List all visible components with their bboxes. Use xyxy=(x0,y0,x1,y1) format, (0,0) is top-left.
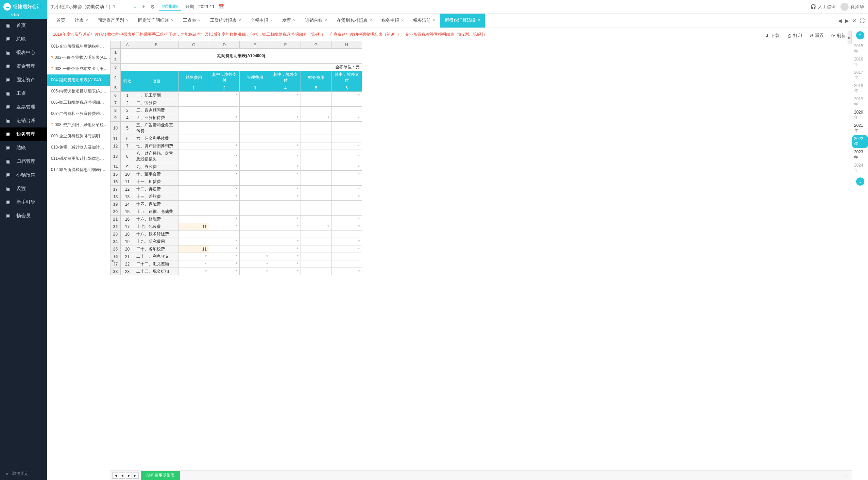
data-cell[interactable] xyxy=(301,178,331,186)
data-cell[interactable] xyxy=(209,201,240,208)
data-cell[interactable] xyxy=(240,178,270,186)
data-cell[interactable] xyxy=(301,230,331,238)
data-cell[interactable]: * xyxy=(209,163,240,171)
data-cell[interactable]: 11 xyxy=(178,223,209,230)
tab-10[interactable]: 税务申报× xyxy=(377,14,408,28)
data-cell[interactable]: * xyxy=(270,260,301,268)
data-cell[interactable] xyxy=(209,230,240,238)
data-cell[interactable] xyxy=(301,186,331,193)
data-cell[interactable]: * xyxy=(209,223,240,230)
refresh-button[interactable]: ⟳刷新 xyxy=(831,33,846,39)
tab-close-button[interactable]: × xyxy=(198,18,201,23)
period-value[interactable]: 2023-11 xyxy=(198,4,215,9)
form-list-item-5[interactable]: 006-职工薪酬纳税调整明细… xyxy=(47,97,110,108)
data-cell[interactable]: * xyxy=(270,223,301,230)
data-cell[interactable] xyxy=(178,171,209,178)
data-cell[interactable] xyxy=(270,99,301,107)
tab-close-button[interactable]: × xyxy=(171,18,173,23)
data-cell[interactable] xyxy=(240,186,270,193)
col-head-A[interactable]: A xyxy=(121,41,134,49)
form-list-item-4[interactable]: 005-纳税调整项目明细表(A1… xyxy=(47,86,110,97)
data-cell[interactable]: * xyxy=(270,186,301,193)
data-cell[interactable]: * xyxy=(240,253,270,260)
account-dropdown-icon[interactable]: ⌄ xyxy=(133,4,137,10)
data-cell[interactable]: * xyxy=(209,193,240,201)
data-cell[interactable]: * xyxy=(270,238,301,245)
data-cell[interactable]: * xyxy=(240,260,270,268)
data-cell[interactable] xyxy=(301,92,331,99)
form-list-item-9[interactable]: 010-免税、减计收入及加计… xyxy=(47,142,110,153)
data-cell[interactable]: * xyxy=(331,150,362,163)
calendar-icon[interactable]: 📅 xyxy=(219,4,224,9)
data-cell[interactable] xyxy=(331,107,362,114)
form-list-item-7[interactable]: ?008-资产折旧、摊销及纳税… xyxy=(47,119,110,131)
data-cell[interactable] xyxy=(178,186,209,193)
data-cell[interactable] xyxy=(178,178,209,186)
tab-close-button[interactable]: × xyxy=(401,18,404,23)
data-cell[interactable] xyxy=(270,208,301,216)
col-head-F[interactable]: F xyxy=(270,41,301,49)
data-cell[interactable] xyxy=(301,122,331,135)
data-cell[interactable] xyxy=(240,245,270,253)
data-cell[interactable] xyxy=(270,107,301,114)
data-cell[interactable] xyxy=(301,268,331,275)
data-cell[interactable] xyxy=(240,193,270,201)
data-cell[interactable]: 11 xyxy=(178,245,209,253)
print-button[interactable]: 🖨打印 xyxy=(787,33,802,39)
data-cell[interactable]: * xyxy=(331,216,362,223)
data-cell[interactable] xyxy=(240,216,270,223)
sidebar-pin-toggle[interactable]: ⇤ 取消固定 xyxy=(0,467,47,480)
data-cell[interactable]: * xyxy=(209,114,240,122)
data-cell[interactable]: * xyxy=(331,223,362,230)
sidebar-item-8[interactable]: ▣税务管理 xyxy=(0,127,47,141)
data-cell[interactable]: * xyxy=(209,260,240,268)
sheet-nav-prev[interactable]: ◀ xyxy=(119,473,125,479)
data-cell[interactable] xyxy=(178,150,209,163)
data-cell[interactable] xyxy=(301,253,331,260)
year-item-2021年[interactable]: 2021年 xyxy=(852,122,868,135)
data-cell[interactable]: * xyxy=(331,245,362,253)
data-cell[interactable]: * xyxy=(270,216,301,223)
sidebar-item-5[interactable]: ▣工资 xyxy=(0,87,47,100)
download-button[interactable]: ⬇下载 xyxy=(765,33,780,39)
data-cell[interactable]: * xyxy=(331,238,362,245)
form-list-item-2[interactable]: ?003-一般企业成本支出明细… xyxy=(47,63,110,74)
data-cell[interactable]: * xyxy=(270,114,301,122)
year-item-2023年[interactable]: 2023年 xyxy=(852,148,868,161)
data-cell[interactable]: * xyxy=(209,186,240,193)
data-cell[interactable]: * xyxy=(270,268,301,275)
sidebar-item-7[interactable]: ▣进销台账 xyxy=(0,114,47,127)
data-cell[interactable] xyxy=(270,201,301,208)
data-cell[interactable] xyxy=(301,201,331,208)
sidebar-item-12[interactable]: ▣设置 xyxy=(0,182,47,195)
data-cell[interactable] xyxy=(240,171,270,178)
form-list-item-1[interactable]: ?002-一般企业收入明细表(A1… xyxy=(47,52,110,63)
data-cell[interactable] xyxy=(301,150,331,163)
reset-button[interactable]: ↺重置 xyxy=(810,33,824,39)
tab-2[interactable]: 固定资产类别× xyxy=(93,14,133,28)
year-item-2020年[interactable]: 2020年 xyxy=(852,108,868,122)
data-cell[interactable] xyxy=(270,122,301,135)
add-account-button[interactable]: ＋ xyxy=(141,3,146,10)
col-head-E[interactable]: E xyxy=(240,41,270,49)
tab-12[interactable]: 所得税汇算清缴× xyxy=(440,14,485,28)
account-settings-button[interactable]: ⚙ xyxy=(150,4,155,10)
sidebar-item-4[interactable]: ▣固定资产 xyxy=(0,73,47,87)
data-cell[interactable] xyxy=(301,99,331,107)
sidebar-item-11[interactable]: ▣小畅报销 xyxy=(0,168,47,182)
data-cell[interactable] xyxy=(178,92,209,99)
data-cell[interactable] xyxy=(178,114,209,122)
data-cell[interactable] xyxy=(240,122,270,135)
data-cell[interactable] xyxy=(270,135,301,142)
data-cell[interactable]: * xyxy=(331,163,362,171)
col-head-D[interactable]: D xyxy=(209,41,240,49)
data-cell[interactable]: * xyxy=(209,253,240,260)
data-cell[interactable] xyxy=(178,135,209,142)
sidebar-item-2[interactable]: ▣报表中心 xyxy=(0,46,47,59)
tab-1[interactable]: 计表× xyxy=(70,14,93,28)
data-cell[interactable]: * xyxy=(270,171,301,178)
data-cell[interactable] xyxy=(240,163,270,171)
data-cell[interactable] xyxy=(240,201,270,208)
data-cell[interactable]: * xyxy=(301,114,331,122)
data-cell[interactable] xyxy=(331,201,362,208)
